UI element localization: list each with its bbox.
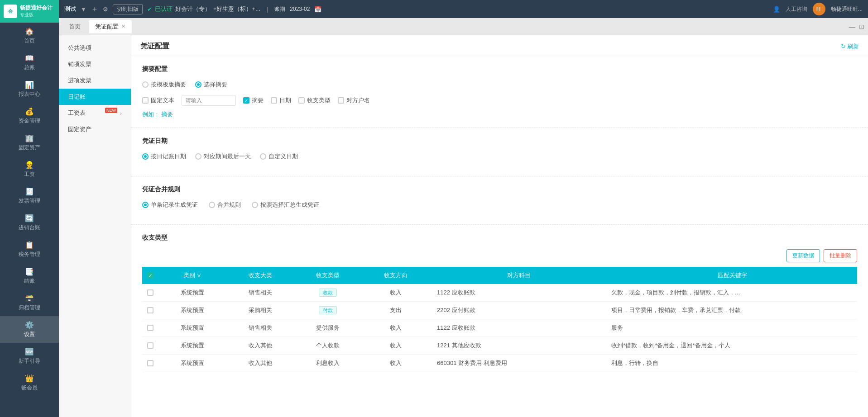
- select-radio-circle: [195, 81, 201, 88]
- sidebar-item-member[interactable]: 👑 畅会员: [0, 370, 59, 396]
- window-minimize-icon[interactable]: —: [849, 23, 855, 30]
- row1-checkbox[interactable]: [147, 289, 153, 296]
- sidebar-item-settings[interactable]: ⚙️ 设置: [0, 316, 59, 343]
- row5-checkbox[interactable]: [147, 360, 153, 366]
- tab-home[interactable]: 首页: [62, 20, 87, 33]
- left-nav-journal[interactable]: 日记账: [59, 89, 131, 105]
- summary-radio-select[interactable]: 选择摘要: [195, 81, 227, 89]
- merge-section: 凭证合并规则 单条记录生成凭证 合并规则 按照选择汇总生成凭证: [131, 176, 868, 225]
- date-radio-custom[interactable]: 自定义日期: [260, 152, 298, 161]
- merge-radio-summary[interactable]: 按照选择汇总生成凭证: [252, 201, 319, 209]
- topbar-right: 👤 人工咨询 旺 畅捷通旺旺...: [773, 3, 863, 15]
- sort-icon: ∨: [197, 272, 201, 279]
- fixed-text-input[interactable]: [182, 95, 236, 106]
- salary-icon: 👷: [25, 161, 34, 169]
- merge-radio-group: 单条记录生成凭证 合并规则 按照选择汇总生成凭证: [142, 201, 857, 209]
- topbar-badges: ✔ 已认证 好会计（专） +好生意（标）+...: [147, 5, 260, 13]
- calendar-icon[interactable]: 📅: [314, 6, 321, 13]
- income-type-checkbox[interactable]: 收支类型: [298, 96, 331, 104]
- home-icon: 🏠: [25, 27, 34, 36]
- window-maximize-icon[interactable]: ⊡: [859, 23, 864, 30]
- summary-checkbox[interactable]: ✓ 摘要: [243, 96, 264, 104]
- left-nav-fixed-assets[interactable]: 固定资产: [59, 121, 131, 137]
- income-type-section: 收支类型 更新数据 批量删除 ✓ 类别 ∨: [131, 225, 868, 381]
- sidebar-item-funds[interactable]: 💰 资金管理: [0, 103, 59, 129]
- sidebar-item-closing[interactable]: 📑 结账: [0, 263, 59, 289]
- table-row: 系统预置 销售相关 收款 收入 1122 应收账款 欠款，现金，项目款，到付款，…: [142, 284, 857, 302]
- merge-radio-rule[interactable]: 合并规则: [209, 201, 241, 209]
- logo-text: 畅捷通好会计 专业版: [20, 5, 53, 18]
- summary-radio-template[interactable]: 按模板版摘要: [142, 81, 186, 89]
- avatar: 旺: [813, 3, 825, 15]
- add-icon[interactable]: ＋: [91, 5, 98, 14]
- income-type-box: [298, 97, 305, 104]
- single-record-circle: [142, 202, 149, 208]
- left-nav-sales-invoice[interactable]: 销项发票: [59, 56, 131, 72]
- sidebar-item-salary[interactable]: 👷 工资: [0, 156, 59, 183]
- refresh-button[interactable]: ↻ 刷新: [841, 43, 859, 51]
- example-text: 例如： 摘要: [142, 110, 857, 118]
- left-nav-public[interactable]: 公共选项: [59, 40, 131, 56]
- left-nav-payroll[interactable]: 工资表 NEW ›: [59, 105, 131, 121]
- counterparty-checkbox[interactable]: 对方户名: [338, 96, 370, 104]
- period-label: 账期: [274, 5, 285, 13]
- sidebar-item-tax[interactable]: 📋 税务管理: [0, 236, 59, 263]
- switch-version-button[interactable]: 切到旧版: [113, 4, 143, 14]
- sidebar-item-assets[interactable]: 🏢 固定资产: [0, 129, 59, 156]
- sidebar-item-ledger[interactable]: 📖 总账: [0, 49, 59, 76]
- summary-box: ✓: [243, 97, 249, 104]
- income-type-table: ✓ 类别 ∨ 收支大类 收支类型 收支方向 对方科目 匹配关键字: [142, 267, 857, 372]
- left-nav: 公共选项 销项发票 进项发票 日记账 工资表 NEW › 固定资产: [59, 35, 131, 417]
- custom-date-circle: [260, 153, 266, 160]
- help-button[interactable]: 人工咨询: [786, 5, 807, 13]
- template-radio-circle: [142, 81, 149, 88]
- member-icon: 👑: [25, 374, 34, 383]
- fixed-text-checkbox[interactable]: 固定文本: [142, 96, 174, 104]
- income-type-title: 收支类型: [142, 234, 857, 242]
- sidebar-item-reports[interactable]: 📊 报表中心: [0, 76, 59, 103]
- select-all-checkbox[interactable]: ✓: [147, 272, 153, 279]
- left-nav-purchase-invoice[interactable]: 进项发票: [59, 72, 131, 89]
- business-badge: +好生意（标）+...: [213, 5, 260, 13]
- summary-checkbox-group: 固定文本 ✓ 摘要 日期 收支类型: [142, 95, 857, 106]
- merge-radio-single[interactable]: 单条记录生成凭证: [142, 201, 198, 209]
- table-actions: 更新数据 批量删除: [142, 249, 857, 262]
- company-name: 测试: [64, 5, 76, 13]
- tab-close-icon[interactable]: ✕: [121, 24, 125, 29]
- summary-section-title: 摘要配置: [142, 65, 857, 73]
- sidebar-item-purchase-sales[interactable]: 🔄 进销台账: [0, 209, 59, 236]
- date-radio-period-end[interactable]: 对应期间最后一天: [195, 152, 251, 161]
- sidebar-item-archive[interactable]: 🗃️ 归档管理: [0, 289, 59, 316]
- reports-icon: 📊: [25, 81, 34, 89]
- settings-icon: ⚙️: [25, 321, 34, 329]
- closing-icon: 📑: [25, 267, 34, 276]
- tab-voucher-config[interactable]: 凭证配置 ✕: [89, 20, 132, 33]
- table-row: 系统预置 销售相关 提供服务 收入 1122 应收账款 服务: [142, 319, 857, 337]
- archive-icon: 🗃️: [25, 294, 34, 303]
- date-section: 凭证日期 按日记账日期 对应期间最后一天 自定义日期: [131, 128, 868, 176]
- certified-badge: 已认证: [155, 5, 173, 13]
- row3-checkbox[interactable]: [147, 325, 153, 331]
- update-data-button[interactable]: 更新数据: [786, 249, 820, 262]
- sidebar-item-home[interactable]: 🏠 首页: [0, 23, 59, 49]
- col-main-type: 收支大类: [226, 267, 294, 284]
- company-chevron-icon[interactable]: ▼: [81, 6, 86, 13]
- fixed-text-box: [142, 97, 149, 104]
- row2-checkbox[interactable]: [147, 307, 153, 313]
- row2-tag-button[interactable]: 付款: [319, 306, 337, 314]
- batch-delete-button[interactable]: 批量删除: [824, 249, 857, 262]
- date-radio-journal[interactable]: 按日记账日期: [142, 152, 186, 161]
- topbar-gear-icon[interactable]: ⚙: [103, 6, 108, 13]
- table-row: 系统预置 收入其他 利息收入 收入 660301 财务费用 利息费用 利息，行转…: [142, 355, 857, 372]
- row1-tag-button[interactable]: 收款: [319, 289, 337, 297]
- funds-icon: 💰: [25, 107, 34, 116]
- row4-checkbox[interactable]: [147, 342, 153, 349]
- sidebar-item-newbie[interactable]: 🆕 新手引导: [0, 343, 59, 370]
- period-end-circle: [195, 153, 201, 160]
- date-section-title: 凭证日期: [142, 137, 857, 145]
- date-checkbox[interactable]: 日期: [271, 96, 291, 104]
- col-keywords: 匹配关键字: [608, 267, 857, 284]
- purchase-icon: 🔄: [25, 214, 34, 223]
- sidebar-item-invoice[interactable]: 🧾 发票管理: [0, 183, 59, 209]
- summary-section: 摘要配置 按模板版摘要 选择摘要 固定文本: [131, 56, 868, 128]
